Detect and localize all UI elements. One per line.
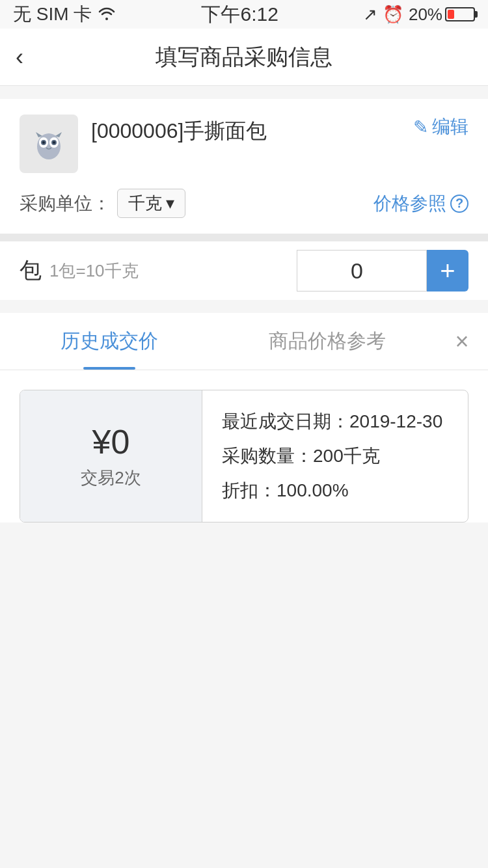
alarm-icon: ⏰ xyxy=(383,5,403,25)
bottom-panel: 历史成交价 商品价格参考 × ¥0 交易2次 最近成交日期：2019-12-30… xyxy=(0,313,488,522)
status-bar: 无 SIM 卡 下午6:12 ↗ ⏰ 20% xyxy=(0,0,488,29)
tab-product-price-ref[interactable]: 商品价格参考 xyxy=(218,313,436,370)
purchase-qty-label: 采购数量： xyxy=(222,446,313,466)
edit-button[interactable]: ✎ 编辑 xyxy=(413,115,468,139)
discount-value: 100.00% xyxy=(277,480,349,500)
quantity-plus-button[interactable]: + xyxy=(427,250,468,292)
product-left: [0000006]手撕面包 xyxy=(20,115,267,173)
product-name: [0000006]手撕面包 xyxy=(91,117,267,146)
product-card: [0000006]手撕面包 ✎ 编辑 采购单位： 千克 ▾ 价格参照 ? xyxy=(0,99,488,234)
quantity-row: 包 1包=10千克 + xyxy=(0,241,488,300)
price-card: ¥0 交易2次 最近成交日期：2019-12-30 采购数量：200千克 折扣：… xyxy=(20,390,468,522)
dropdown-arrow-icon: ▾ xyxy=(166,193,174,213)
battery-fill xyxy=(448,10,454,19)
tab-history-price[interactable]: 历史成交价 xyxy=(0,313,218,370)
quantity-label: 包 1包=10千克 xyxy=(20,256,139,286)
price-amount: ¥0 xyxy=(92,422,130,461)
tab1-label: 历史成交价 xyxy=(61,328,158,355)
battery-percent: 20% xyxy=(409,5,442,25)
info-icon: ? xyxy=(450,195,468,213)
price-summary-panel: ¥0 交易2次 xyxy=(20,390,202,522)
battery-indicator: 20% xyxy=(409,5,475,25)
quantity-input[interactable] xyxy=(297,250,427,292)
unit-badge: 包 xyxy=(20,256,42,286)
time-display: 下午6:12 xyxy=(201,1,278,28)
recent-date-label: 最近成交日期： xyxy=(222,411,349,431)
edit-icon: ✎ xyxy=(413,116,428,138)
unit-value: 千克 xyxy=(128,192,162,215)
price-reference-button[interactable]: 价格参照 ? xyxy=(373,191,468,216)
section-divider xyxy=(0,234,488,241)
product-meta: 采购单位： 千克 ▾ 价格参照 ? xyxy=(20,189,468,218)
quantity-control: + xyxy=(297,250,468,292)
edit-label: 编辑 xyxy=(432,115,468,139)
tab2-label: 商品价格参考 xyxy=(269,328,386,355)
sim-text: 无 SIM 卡 xyxy=(13,2,92,27)
battery-bar xyxy=(445,7,475,21)
location-icon: ↗ xyxy=(363,5,377,25)
discount-row: 折扣：100.00% xyxy=(222,478,448,503)
tabs: 历史成交价 商品价格参考 × xyxy=(0,313,488,370)
back-button[interactable]: ‹ xyxy=(16,44,23,71)
product-header: [0000006]手撕面包 ✎ 编辑 xyxy=(20,115,468,173)
svg-point-5 xyxy=(42,141,45,144)
unit-sub-label: 1包=10千克 xyxy=(49,260,139,282)
svg-point-6 xyxy=(53,141,55,144)
page-title: 填写商品采购信息 xyxy=(156,42,332,72)
unit-row: 采购单位： 千克 ▾ xyxy=(20,189,185,218)
price-details-panel: 最近成交日期：2019-12-30 采购数量：200千克 折扣：100.00% xyxy=(202,390,468,522)
unit-select[interactable]: 千克 ▾ xyxy=(117,189,185,218)
trade-count: 交易2次 xyxy=(81,467,141,489)
price-ref-label: 价格参照 xyxy=(373,191,446,216)
purchase-qty-row: 采购数量：200千克 xyxy=(222,443,448,468)
close-button[interactable]: × xyxy=(436,328,488,355)
product-icon xyxy=(20,115,78,173)
purchase-qty-value: 200千克 xyxy=(313,446,380,466)
unit-label: 采购单位： xyxy=(20,191,111,216)
nav-bar: ‹ 填写商品采购信息 xyxy=(0,29,488,86)
status-left: 无 SIM 卡 xyxy=(13,2,116,27)
discount-label: 折扣： xyxy=(222,480,277,500)
recent-date-value: 2019-12-30 xyxy=(349,411,442,431)
status-right: ↗ ⏰ 20% xyxy=(363,5,475,25)
wifi-icon xyxy=(97,4,116,25)
recent-date-row: 最近成交日期：2019-12-30 xyxy=(222,409,448,434)
